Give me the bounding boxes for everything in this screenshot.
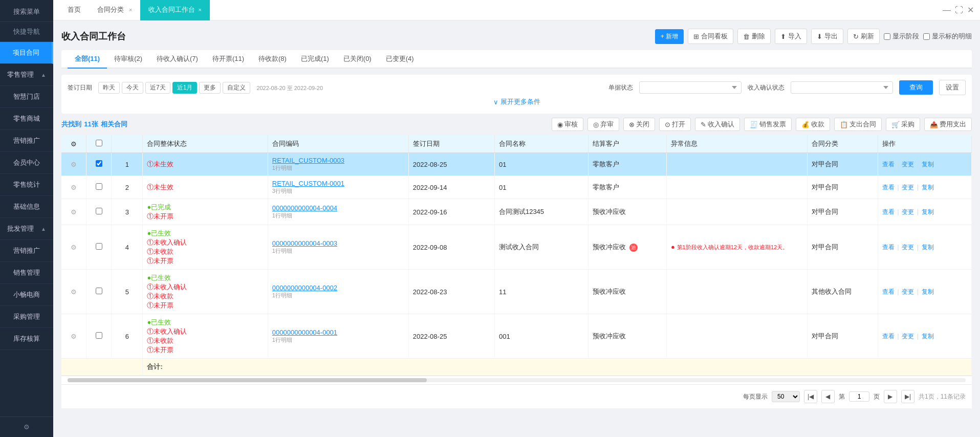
sidebar-item-base[interactable]: 基础信息 xyxy=(0,196,53,218)
date-btn-yesterday[interactable]: 昨天 xyxy=(98,82,120,94)
sidebar-item-mktg2[interactable]: 营销推广 xyxy=(0,240,53,262)
show-detail-checkbox[interactable]: 显示标的明细 xyxy=(923,32,972,41)
setting-button[interactable]: 设置 xyxy=(939,80,966,95)
contract-code-link[interactable]: 0000000000004-0003 xyxy=(272,239,337,247)
open-contract-button[interactable]: ⊙ 打开 xyxy=(659,118,691,131)
status-select[interactable] xyxy=(639,81,742,94)
edit-link[interactable]: 变更 xyxy=(902,244,914,251)
tab-home[interactable]: 首页 xyxy=(59,0,89,20)
sidebar-item-project[interactable]: 项目合同 xyxy=(0,42,53,64)
row-settings[interactable]: ⚙ xyxy=(61,176,86,199)
export-button[interactable]: ⬇ 导出 xyxy=(811,29,843,44)
prev-page-button[interactable]: ◀ xyxy=(821,390,835,403)
first-page-button[interactable]: |◀ xyxy=(804,390,817,403)
sidebar-settings[interactable]: ⚙ xyxy=(0,417,53,437)
income-confirm-button[interactable]: ✎ 收入确认 xyxy=(695,118,740,131)
edit-link[interactable]: 变更 xyxy=(902,208,914,215)
date-btn-7days[interactable]: 近7天 xyxy=(145,82,170,94)
expand-more[interactable]: ∨ 展开更多条件 xyxy=(68,95,966,108)
sidebar-item-smart[interactable]: 智慧门店 xyxy=(0,86,53,108)
tab-close-icon[interactable]: × xyxy=(198,7,201,13)
edit-link[interactable]: 变更 xyxy=(902,333,914,340)
sidebar-item-marketing[interactable]: 营销推广 xyxy=(0,130,53,152)
date-btn-more[interactable]: 更多 xyxy=(199,82,221,94)
expense-contract-button[interactable]: 📋 支出合同 xyxy=(834,118,882,131)
view-link[interactable]: 查看 xyxy=(882,184,895,191)
subtab-all[interactable]: 全部(11) xyxy=(68,50,107,69)
row-settings[interactable]: ⚙ xyxy=(61,199,86,225)
contract-code-link[interactable]: RETAIL_CUSTOM-0003 xyxy=(272,157,344,164)
row-check[interactable] xyxy=(86,153,112,176)
sidebar-nav[interactable]: 快捷导航 xyxy=(0,22,53,42)
date-btn-today[interactable]: 今天 xyxy=(122,82,143,94)
sidebar-item-wholesale[interactable]: 批发管理 ▲ xyxy=(0,218,53,240)
tab-active[interactable]: 收入合同工作台 × xyxy=(140,0,209,20)
tab-close-all-button[interactable]: ✕ xyxy=(967,5,974,15)
sidebar-item-ecom[interactable]: 零售商城 xyxy=(0,108,53,130)
confirm-select[interactable] xyxy=(791,81,893,94)
purchase-button[interactable]: 🛒 采购 xyxy=(886,118,920,131)
contract-code-link[interactable]: 0000000000004-0001 xyxy=(272,329,337,336)
contract-code-link[interactable]: RETAIL_CUSTOM-0001 xyxy=(272,180,344,187)
tab-contracts[interactable]: 合同分类 × xyxy=(89,0,140,20)
per-page-select[interactable]: 10 20 50 100 xyxy=(772,391,800,402)
edit-link[interactable]: 变更 xyxy=(902,161,914,168)
contract-code-link[interactable]: 0000000000004-0004 xyxy=(272,204,337,212)
sales-invoice-button[interactable]: 🧾 销售发票 xyxy=(744,118,792,131)
sidebar-item-retail[interactable]: 零售管理 ▲ xyxy=(0,64,53,86)
edit-link[interactable]: 变更 xyxy=(902,184,914,191)
sidebar-item-purchase[interactable]: 采购管理 xyxy=(0,306,53,328)
copy-link[interactable]: 复制 xyxy=(922,244,934,251)
last-page-button[interactable]: ▶| xyxy=(901,390,914,403)
sidebar-item-sales[interactable]: 销售管理 xyxy=(0,262,53,284)
subtab-pending-invoice[interactable]: 待开票(11) xyxy=(205,50,251,69)
copy-link[interactable]: 复制 xyxy=(922,208,934,215)
search-button[interactable]: 查询 xyxy=(899,80,933,95)
subtab-pending-review[interactable]: 待审核(2) xyxy=(107,50,149,69)
copy-link[interactable]: 复制 xyxy=(922,184,934,191)
delete-button[interactable]: 🗑 删除 xyxy=(737,29,771,44)
contract-code-link[interactable]: 0000000000004-0002 xyxy=(272,284,337,292)
col-settings[interactable]: ⚙ xyxy=(61,135,86,153)
review-button[interactable]: ◉ 审核 xyxy=(552,118,583,131)
page-input[interactable] xyxy=(849,391,869,402)
row-settings[interactable]: ⚙ xyxy=(61,314,86,359)
next-page-button[interactable]: ▶ xyxy=(884,390,897,403)
kanban-button[interactable]: ⊞ 合同看板 xyxy=(688,29,733,44)
tab-contracts-close[interactable]: × xyxy=(129,7,132,13)
date-btn-custom[interactable]: 自定义 xyxy=(223,82,250,94)
import-button[interactable]: ⬆ 导入 xyxy=(775,29,807,44)
refresh-button[interactable]: ↻ 刷新 xyxy=(847,29,880,44)
date-btn-1month[interactable]: 近1月 xyxy=(172,82,198,94)
close-contract-button[interactable]: ⊗ 关闭 xyxy=(623,118,655,131)
sidebar-item-stats[interactable]: 零售统计 xyxy=(0,174,53,196)
edit-link[interactable]: 变更 xyxy=(902,288,914,295)
col-check-all[interactable] xyxy=(86,135,112,153)
sidebar-item-xiaochang[interactable]: 小畅电商 xyxy=(0,284,53,306)
row-check[interactable] xyxy=(86,225,112,270)
abandon-review-button[interactable]: ◎ 弃审 xyxy=(587,118,619,131)
subtab-closed[interactable]: 已关闭(0) xyxy=(336,50,379,69)
view-link[interactable]: 查看 xyxy=(882,288,895,295)
sidebar-search[interactable]: 搜索菜单 xyxy=(0,0,53,22)
copy-link[interactable]: 复制 xyxy=(922,161,934,168)
subtab-completed[interactable]: 已完成(1) xyxy=(294,50,336,69)
receipt-button[interactable]: 💰 收款 xyxy=(796,118,830,131)
add-button[interactable]: + 新增 xyxy=(655,29,684,44)
view-link[interactable]: 查看 xyxy=(882,161,895,168)
row-settings[interactable]: ⚙ xyxy=(61,153,86,176)
copy-link[interactable]: 复制 xyxy=(922,333,934,340)
copy-link[interactable]: 复制 xyxy=(922,288,934,295)
row-check[interactable] xyxy=(86,199,112,225)
row-settings[interactable]: ⚙ xyxy=(61,270,86,314)
view-link[interactable]: 查看 xyxy=(882,333,895,340)
tab-fullscreen-button[interactable]: ⛶ xyxy=(955,6,963,15)
subtab-changed[interactable]: 已变更(4) xyxy=(379,50,421,69)
view-link[interactable]: 查看 xyxy=(882,208,895,215)
row-check[interactable] xyxy=(86,176,112,199)
sidebar-item-inventory[interactable]: 库存核算 xyxy=(0,328,53,350)
expense-output-button[interactable]: 📤 费用支出 xyxy=(924,118,972,131)
subtab-pending-payment[interactable]: 待收款(8) xyxy=(251,50,294,69)
show-stage-checkbox[interactable]: 显示阶段 xyxy=(884,32,919,41)
view-link[interactable]: 查看 xyxy=(882,244,895,251)
